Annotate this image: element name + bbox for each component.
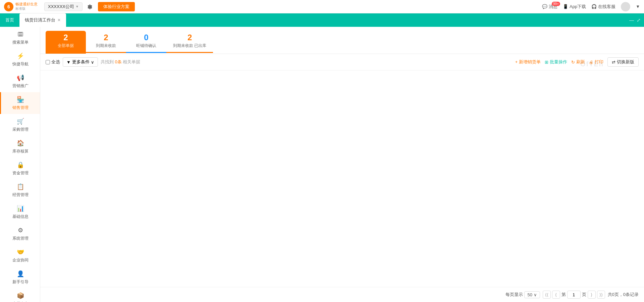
refresh-button[interactable]: ↻ 刷新 xyxy=(571,59,585,65)
page-size-select: 每页显示 50 ∨ xyxy=(505,291,540,298)
count-info: 共找到 0条 相关单据 xyxy=(101,59,140,65)
content-area: 2 全部单据 2 到期未收款 0 旺铺待确认 2 到期未收款 已出库 xyxy=(40,27,644,302)
stat-tab-due-ship[interactable]: 2 到期未收款 已出库 xyxy=(166,31,213,54)
basic-info-icon: 📊 xyxy=(16,204,24,213)
stat-num-all: 2 xyxy=(52,34,79,42)
sidebar-label-quick-nav: 快捷导航 xyxy=(12,61,29,67)
message-icon: 💬 xyxy=(542,4,547,9)
page-size-label: 每页显示 xyxy=(505,292,523,298)
download-icon: 📱 xyxy=(563,4,568,9)
sidebar-label-system: 系统管理 xyxy=(12,236,29,241)
inventory-icon: 🏠 xyxy=(16,139,24,147)
company-selector[interactable]: XXXXXX公司 ▼ xyxy=(44,2,83,11)
add-sale-button[interactable]: + 新增销货单 xyxy=(515,59,541,65)
tab-minimize-button[interactable]: — xyxy=(629,17,634,23)
sidebar-label-basic-info: 基础信息 xyxy=(12,214,29,220)
toolbar: 全选 ▼ 更多条件 ∨ 共找到 0条 相关单据 + 新增销货单 xyxy=(40,54,644,70)
guide-icon: 👤 xyxy=(16,270,24,278)
sidebar-item-finance[interactable]: 🔒 资金管理 xyxy=(0,158,40,179)
page-next-button[interactable]: ⟩ xyxy=(588,291,596,299)
user-name[interactable]: ▼ xyxy=(636,4,640,9)
page-current-label: 第 xyxy=(561,292,566,298)
quick-nav-icon: ⚡ xyxy=(16,52,24,60)
sidebar-label-search: 搜索菜单 xyxy=(12,40,29,45)
page-nav: ⟨⟨ ⟨ 第 页 ⟩ ⟩⟩ xyxy=(543,291,605,299)
main-layout: 搜索菜单 ⚡ 快捷导航 📢 营销推广 🏪 销售管理 🛒 采购管理 🏠 库存核算 … xyxy=(0,27,644,302)
sidebar-item-enterprise[interactable]: 🤝 企业协同 xyxy=(0,245,40,266)
stat-label-all: 全部单据 xyxy=(52,43,79,49)
message-button[interactable]: 💬 消息 99+ xyxy=(542,4,557,10)
print-button[interactable]: 🖨 打印 xyxy=(589,59,603,65)
tab-close-button[interactable]: ✕ xyxy=(57,18,61,22)
select-all-input[interactable] xyxy=(46,60,50,64)
system-icon: ⚙ xyxy=(16,226,24,234)
switch-icon: ⇄ xyxy=(612,60,615,65)
tab-home[interactable]: 首页 xyxy=(0,13,19,27)
refresh-icon: ↻ xyxy=(571,60,575,65)
finance-icon: 🔒 xyxy=(16,161,24,169)
header-right: 💬 消息 99+ 📱 App下载 🎧 在线客服 ▼ xyxy=(542,2,640,11)
stat-label-confirm: 旺铺待确认 xyxy=(133,43,160,49)
sidebar-item-system[interactable]: ⚙ 系统管理 xyxy=(0,223,40,245)
operation-icon: 📋 xyxy=(16,183,24,191)
trial-button[interactable]: 体验行业方案 xyxy=(98,2,135,11)
logo-area: 6 畅捷通好生意 标准版 xyxy=(4,2,44,11)
page-prev-button[interactable]: ⟨ xyxy=(552,291,560,299)
sidebar-label-enterprise: 企业协同 xyxy=(12,257,29,263)
stat-tab-confirm[interactable]: 0 旺铺待确认 xyxy=(126,31,166,54)
sidebar-item-search[interactable]: 搜索菜单 xyxy=(0,27,40,49)
tab-work[interactable]: 钱货日清工作台 ✕ xyxy=(19,13,66,27)
app-center-icon: 📦 xyxy=(16,292,24,300)
stat-tab-underline-confirm xyxy=(126,52,166,53)
filter-button[interactable]: ▼ 更多条件 ∨ xyxy=(63,57,98,67)
sidebar-item-operation[interactable]: 📋 经营管理 xyxy=(0,179,40,201)
stat-num-due: 2 xyxy=(93,34,119,42)
count-number: 0条 xyxy=(115,59,122,64)
purchase-icon: 🛒 xyxy=(16,117,24,125)
sidebar-item-guide[interactable]: 👤 新手引导 xyxy=(0,266,40,288)
sidebar-label-inventory: 库存核算 xyxy=(12,148,29,154)
filter-arrow-icon: ∨ xyxy=(91,60,94,65)
stat-label-due-ship: 到期未收款 已出库 xyxy=(173,43,206,49)
page-total: 共0页，0条记录 xyxy=(608,292,639,298)
page-size-dropdown[interactable]: 50 ∨ xyxy=(524,291,540,298)
page-last-button[interactable]: ⟩⟩ xyxy=(597,291,605,299)
company-name: XXXXXX公司 xyxy=(48,4,74,10)
settings-button[interactable] xyxy=(85,2,95,11)
sidebar-label-purchase: 采购管理 xyxy=(12,127,29,132)
stat-tab-all[interactable]: 2 全部单据 xyxy=(46,31,86,54)
switch-version-button[interactable]: ⇄ 切换新版 xyxy=(607,57,639,67)
message-badge: 99+ xyxy=(552,2,560,6)
marketing-icon: 📢 xyxy=(16,74,24,82)
sidebar-item-quick-nav[interactable]: ⚡ 快捷导航 xyxy=(0,49,40,70)
sidebar-item-sales[interactable]: 🏪 销售管理 xyxy=(0,92,40,114)
stat-tab-underline-due-ship xyxy=(166,52,213,53)
sidebar-label-operation: 经营管理 xyxy=(12,192,29,198)
tab-bar: 首页 钱货日清工作台 ✕ — ⤢ xyxy=(0,13,644,27)
logo-icon: 6 xyxy=(4,2,13,11)
logo-text: 畅捷通好生意 xyxy=(15,2,38,6)
sales-icon: 🏪 xyxy=(16,96,24,104)
stat-tab-underline-due xyxy=(86,52,126,53)
sidebar-item-marketing[interactable]: 📢 营销推广 xyxy=(0,70,40,92)
app-download-button[interactable]: 📱 App下载 xyxy=(563,4,586,10)
toolbar-left: 全选 ▼ 更多条件 ∨ 共找到 0条 相关单据 xyxy=(46,57,140,67)
page-first-button[interactable]: ⟨⟨ xyxy=(543,291,551,299)
batch-operation-button[interactable]: ⊞ 批量操作 xyxy=(545,59,567,65)
sidebar-item-purchase[interactable]: 🛒 采购管理 xyxy=(0,114,40,136)
stat-tab-due[interactable]: 2 到期未收款 xyxy=(86,31,126,54)
select-all-label: 全选 xyxy=(51,59,60,65)
select-all-checkbox[interactable]: 全选 xyxy=(46,59,60,65)
toolbar-right: + 新增销货单 ⊞ 批量操作 ↻ 刷新 🖨 打印 ⇄ xyxy=(515,57,639,67)
logo-badge: 标准版 xyxy=(15,6,38,11)
page-suffix: 页 xyxy=(582,292,586,298)
tab-maximize-button[interactable]: ⤢ xyxy=(637,17,641,23)
user-avatar[interactable] xyxy=(621,2,630,11)
sidebar: 搜索菜单 ⚡ 快捷导航 📢 营销推广 🏪 销售管理 🛒 采购管理 🏠 库存核算 … xyxy=(0,27,40,302)
sidebar-item-app-center[interactable]: 📦 应用中心 xyxy=(0,288,40,302)
page-input[interactable] xyxy=(567,291,581,299)
sidebar-item-basic-info[interactable]: 📊 基础信息 xyxy=(0,201,40,223)
online-service-button[interactable]: 🎧 在线客服 xyxy=(591,4,615,10)
enterprise-icon: 🤝 xyxy=(16,248,24,256)
sidebar-item-inventory[interactable]: 🏠 库存核算 xyxy=(0,136,40,158)
